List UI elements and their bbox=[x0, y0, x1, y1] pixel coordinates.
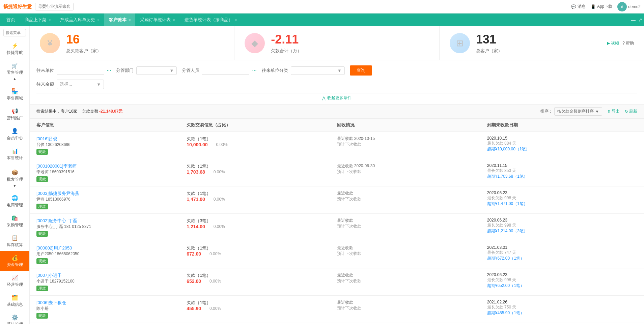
latest-collection: 最近收款 bbox=[337, 300, 487, 305]
stat-debt-amount: ◆ -2.11 欠款合计（万） bbox=[234, 26, 439, 60]
sidebar-item-retail-mgmt[interactable]: 🛒 零售管理 ▲ bbox=[0, 59, 29, 85]
stat-total-customers-info: 131 总客户（家） bbox=[476, 32, 502, 54]
view-video-button[interactable]: ▶ 视频 bbox=[607, 40, 619, 46]
query-button[interactable]: 查询 bbox=[350, 65, 372, 76]
customer-phone: 陈小册 bbox=[36, 306, 187, 312]
overdue-amount[interactable]: 超期¥1,703.68（1笔） bbox=[487, 174, 637, 179]
sidebar-item-member-center[interactable]: 👤 会员中心 bbox=[0, 124, 29, 144]
refresh-button[interactable]: ↻ 刷新 bbox=[625, 109, 637, 114]
tab-home[interactable]: 首页 bbox=[2, 13, 20, 26]
customer-tag: 现款 bbox=[36, 176, 48, 182]
filter-row-2: 往来余额 选择... ▼ bbox=[36, 80, 637, 89]
user-avatar-button[interactable]: d demo2 bbox=[617, 2, 641, 11]
tab-purchase-order[interactable]: 采购订单统计表 × bbox=[135, 13, 179, 26]
customer-id-link[interactable]: [0016]吕俊 bbox=[36, 136, 57, 141]
debt-amount-icon: ◆ bbox=[245, 33, 265, 53]
customer-tag: 现款 bbox=[36, 231, 48, 237]
filter-from-unit-dots[interactable]: ··· bbox=[107, 67, 111, 73]
app-download-button[interactable]: 📱 App下载 bbox=[591, 4, 612, 9]
sidebar-item-batch-mgmt[interactable]: 📦 批发管理 ▼ bbox=[0, 166, 29, 192]
filter-branch-dept-select[interactable]: ▼ bbox=[136, 66, 177, 75]
maximize-icon[interactable]: ⤢ bbox=[638, 17, 642, 23]
sidebar-divider-1 bbox=[0, 165, 29, 165]
top-bar: 畅捷通好生意 母婴行业演示账套 💬 消息 📱 App下载 d demo2 bbox=[0, 0, 644, 13]
sidebar-item-basic-info[interactable]: 🗂️ 基础信息 bbox=[0, 291, 29, 311]
debt-info-cell: 欠款（1笔） 455.90 0.00% bbox=[187, 300, 337, 311]
sidebar-item-inventory[interactable]: 📋 库存核算 bbox=[0, 231, 29, 251]
sort-container: 排序： 按欠款金额倒序排序 ▼ bbox=[540, 107, 602, 116]
tab-product-on-off[interactable]: 商品上下架 × bbox=[20, 13, 55, 26]
tab-stock-stats[interactable]: 进货单统计表（按商品） × bbox=[180, 13, 242, 26]
overdue-amount[interactable]: 超期¥1,214.00（3笔） bbox=[487, 228, 637, 234]
filter-branch-person-dots[interactable]: ··· bbox=[252, 67, 256, 73]
customer-tag: 现款 bbox=[36, 313, 48, 319]
sidebar-item-operation[interactable]: 📈 经营管理 bbox=[0, 271, 29, 291]
minimize-icon[interactable]: — bbox=[631, 17, 636, 23]
tab-product-history-close[interactable]: × bbox=[97, 18, 99, 22]
due-date-cell: 2020.11.15 最长欠款 853 天 超期¥1,703.68（1笔） bbox=[487, 163, 637, 179]
table-container: 客户信息 欠款交易信息（占比） 回收情况 到期未收款日期 [0016]吕俊 吕俊… bbox=[30, 119, 644, 324]
tab-customer-account-close[interactable]: × bbox=[129, 18, 131, 22]
customer-id-link[interactable]: [0001020001]李老师 bbox=[36, 164, 77, 169]
customer-phone: 尹燕 18513066976 bbox=[36, 197, 187, 202]
export-button[interactable]: ⬆ 导出 bbox=[607, 109, 620, 114]
search-input[interactable] bbox=[3, 29, 26, 36]
overdue-days: 最长欠款 998 天 bbox=[487, 195, 637, 201]
sidebar-item-finance[interactable]: 💰 资金管理 bbox=[0, 251, 29, 271]
nav-tabs-actions: — ⤢ bbox=[631, 17, 642, 23]
filter-unit-balance-select[interactable]: 选择... ▼ bbox=[57, 80, 104, 89]
tab-purchase-order-close[interactable]: × bbox=[173, 18, 175, 22]
chevron-up-icon: ⋀ bbox=[322, 96, 326, 100]
sidebar-item-quick-nav[interactable]: ⚡ 快捷导航 bbox=[0, 39, 29, 59]
filter-from-unit-input[interactable] bbox=[57, 66, 104, 75]
sidebar-item-system[interactable]: ⚙️ 系统管理 bbox=[0, 311, 29, 324]
collection-cell: 最近收款 预计下次收款 bbox=[337, 245, 487, 257]
customer-id-link[interactable]: [0003]畅捷服务尹海燕 bbox=[36, 191, 79, 196]
due-date: 2020.06.23 bbox=[487, 218, 637, 223]
help-button[interactable]: ? 帮助 bbox=[622, 40, 634, 46]
overdue-amount[interactable]: 超期¥10,000.00（1笔） bbox=[487, 146, 637, 152]
stat-actions: ▶ 视频 ? 帮助 bbox=[607, 40, 634, 46]
filter-branch-person-input[interactable] bbox=[202, 66, 249, 75]
sidebar-item-retail-mall[interactable]: 🏪 零售商城 bbox=[0, 85, 29, 105]
customer-id-link[interactable]: [0006]去下粮仓 bbox=[36, 300, 66, 305]
overdue-amount[interactable]: 超期¥455.90（1笔） bbox=[487, 310, 637, 316]
filter-unit-category-select[interactable]: ▼ bbox=[291, 66, 345, 75]
tab-product-history[interactable]: 产成品入库单历史 × bbox=[55, 13, 104, 26]
customer-id-link[interactable]: [000002]用户2050 bbox=[36, 245, 72, 251]
collapse-conditions-button[interactable]: ⋀ 收起更多条件 bbox=[36, 93, 637, 102]
filter-bar: 往来单位 ··· 分管部门 ▼ 分管人员 ··· 往来 bbox=[30, 60, 644, 104]
sidebar-item-ecommerce[interactable]: 🌐 电商管理 bbox=[0, 192, 29, 211]
overdue-amount[interactable]: 超期¥652.00（1笔） bbox=[487, 283, 637, 289]
latest-collection: 最近收款 2020-06-30 bbox=[337, 163, 487, 169]
store-name[interactable]: 母婴行业演示账套 bbox=[35, 3, 74, 10]
sort-select[interactable]: 按欠款金额倒序排序 ▼ bbox=[554, 107, 602, 116]
debt-percent: 0.00% bbox=[214, 197, 225, 202]
debt-count: 欠款（1笔） bbox=[187, 190, 337, 197]
tab-stock-stats-close[interactable]: × bbox=[235, 18, 237, 22]
tab-product-on-off-close[interactable]: × bbox=[49, 18, 51, 22]
overdue-days: 最长欠款 853 天 bbox=[487, 168, 637, 174]
sidebar-item-retail-stats[interactable]: 📊 零售统计 bbox=[0, 144, 29, 164]
latest-collection: 最近收款 bbox=[337, 245, 487, 251]
stat-total-customers: ⊞ 131 总客户（家） ▶ 视频 ? 帮助 bbox=[440, 26, 644, 60]
sidebar-item-purchase[interactable]: 🛍️ 采购管理 bbox=[0, 211, 29, 231]
tab-customer-account-label: 客户账本 bbox=[109, 17, 127, 23]
customer-id-link[interactable]: [0007]小进千 bbox=[36, 273, 62, 278]
due-date-cell: 2020.06.23 最长欠款 998 天 超期¥1,471.00（1笔） bbox=[487, 190, 637, 207]
debt-count: 欠款（1笔） bbox=[187, 163, 337, 169]
customer-phone: 用户2050 18665062050 bbox=[36, 251, 187, 257]
overdue-amount[interactable]: 超期¥1,471.00（1笔） bbox=[487, 201, 637, 207]
customer-phone: 吕俊 13026203696 bbox=[36, 142, 187, 148]
next-collection: 预计下次收款 bbox=[337, 142, 487, 147]
tab-customer-account[interactable]: 客户账本 × bbox=[104, 13, 135, 26]
help-icon: ? bbox=[622, 41, 625, 46]
next-collection: 预计下次收款 bbox=[337, 278, 487, 284]
customer-phone: 服务中心_丁磊 181 0125 8371 bbox=[36, 224, 187, 230]
customer-id-link[interactable]: [0002]服务中心_丁磊 bbox=[36, 218, 77, 223]
debt-info-cell: 欠款（3笔） 1,214.00 0.00% bbox=[187, 218, 337, 229]
overdue-amount[interactable]: 超期¥672.00（1笔） bbox=[487, 256, 637, 261]
sidebar-item-marketing[interactable]: 📢 营销推广 bbox=[0, 105, 29, 124]
total-customers-value: 131 bbox=[476, 32, 502, 47]
messages-button[interactable]: 💬 消息 bbox=[571, 4, 586, 9]
